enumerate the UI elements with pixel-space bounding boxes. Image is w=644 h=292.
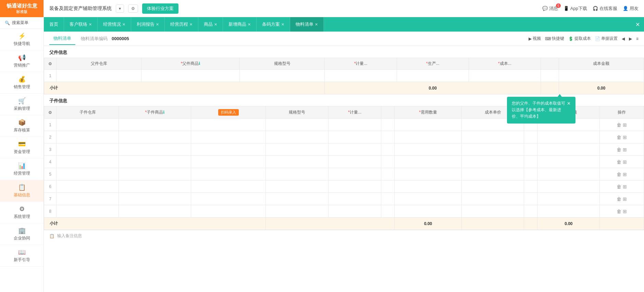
sidebar-item-finance[interactable]: 💳 资金管理 [0, 137, 44, 159]
child-row7-warehouse[interactable] [57, 193, 119, 205]
copy-icon[interactable]: ⊞ [623, 122, 627, 128]
tab-operations[interactable]: 经营情况 ✕ [98, 17, 131, 32]
delete-icon[interactable]: 🗑 [617, 159, 621, 165]
child-row6-goods[interactable] [119, 180, 191, 193]
parent-row1-production[interactable] [397, 70, 469, 82]
tab-customer[interactable]: 客户联络 ✕ [64, 17, 98, 32]
child-row4-unitprice[interactable] [462, 156, 524, 168]
child-row6-unitprice[interactable] [462, 180, 524, 193]
child-row2-qty[interactable] [394, 131, 461, 143]
parent-row1-goods[interactable] [141, 70, 240, 82]
child-row7-qty[interactable] [394, 193, 461, 205]
child-row2-unitprice[interactable] [462, 131, 524, 143]
child-row5-unit[interactable] [328, 168, 381, 180]
sidebar-item-quicknav[interactable]: ⚡ 快捷导航 [0, 29, 44, 50]
child-row4-qty[interactable] [394, 156, 461, 168]
copy-icon[interactable]: ⊞ [623, 159, 627, 165]
message-item[interactable]: 💬 消息 6 [542, 5, 558, 12]
parent-col-settings[interactable]: ⚙ [44, 58, 57, 70]
child-row5-unitprice[interactable] [462, 168, 524, 180]
tab-history[interactable]: 经营历程 ✕ [165, 17, 198, 32]
parent-row1-warehouse[interactable] [57, 70, 141, 82]
parent-row1-cost[interactable] [469, 70, 541, 82]
child-row4-warehouse[interactable] [57, 156, 119, 168]
child-row8-qty[interactable] [394, 205, 461, 218]
delete-icon[interactable]: 🗑 [617, 184, 621, 189]
tab-profit-close[interactable]: ✕ [156, 22, 159, 27]
tab-goods[interactable]: 商品 ✕ [198, 17, 223, 32]
sidebar-item-basic[interactable]: 📋 基础信息 [0, 180, 44, 202]
child-row1-qty[interactable] [394, 119, 461, 131]
child-col-scan[interactable]: 扫码录入 [191, 106, 266, 119]
child-row8-unitprice[interactable] [462, 205, 524, 218]
tab-profit[interactable]: 利润报告 ✕ [131, 17, 165, 32]
tooltip-close-button[interactable]: ✕ [567, 100, 571, 107]
child-row1-spec[interactable] [266, 119, 328, 131]
copy-icon[interactable]: ⊞ [623, 196, 627, 202]
delete-icon[interactable]: 🗑 [617, 172, 621, 177]
copy-icon[interactable]: ⊞ [623, 184, 627, 189]
tab-new-goods[interactable]: 新增商品 ✕ [223, 17, 257, 32]
tab-operations-close[interactable]: ✕ [122, 22, 125, 27]
child-row7-spec[interactable] [266, 193, 328, 205]
child-row6-unit[interactable] [328, 180, 381, 193]
view-action[interactable]: ▶ 视频 [529, 36, 541, 42]
dropdown-button[interactable]: ▾ [116, 4, 124, 13]
parent-row1-spec[interactable] [240, 70, 325, 82]
child-row3-qty[interactable] [394, 143, 461, 156]
child-row7-goods[interactable] [119, 193, 191, 205]
app-download-item[interactable]: 📱 App下载 [564, 5, 587, 12]
child-row4-unit[interactable] [328, 156, 381, 168]
user-item[interactable]: 👤 用友 [623, 5, 639, 12]
child-row8-unit[interactable] [328, 205, 381, 218]
child-row4-goods[interactable] [119, 156, 191, 168]
shortcut-action[interactable]: ⌨ 快捷键 [545, 36, 564, 42]
invoice-settings-action[interactable]: 📄 单据设置 [595, 36, 618, 42]
child-row7-unit[interactable] [328, 193, 381, 205]
child-row5-qty[interactable] [394, 168, 461, 180]
next-button[interactable]: ▶ [629, 36, 632, 41]
child-row5-spec[interactable] [266, 168, 328, 180]
child-row5-warehouse[interactable] [57, 168, 119, 180]
child-row3-unitprice[interactable] [462, 143, 524, 156]
child-row2-unit[interactable] [328, 131, 381, 143]
delete-icon[interactable]: 🗑 [617, 209, 621, 214]
parent-row1-unit[interactable] [325, 70, 397, 82]
sidebar-item-enterprise[interactable]: 🏢 企业协同 [0, 223, 44, 245]
delete-icon[interactable]: 🗑 [617, 147, 621, 152]
tab-home[interactable]: 首页 [44, 17, 64, 32]
tab-customer-close[interactable]: ✕ [89, 22, 92, 27]
tab-bom-close[interactable]: ✕ [315, 22, 318, 27]
delete-icon[interactable]: 🗑 [617, 135, 621, 140]
online-service-item[interactable]: 🎧 在线客服 [593, 5, 617, 12]
child-row8-spec[interactable] [266, 205, 328, 218]
child-row1-unit[interactable] [328, 119, 381, 131]
sub-tab-bom[interactable]: 物料清单 [49, 33, 75, 45]
sidebar-item-marketing[interactable]: 📢 营销推广 [0, 50, 44, 72]
copy-icon[interactable]: ⊞ [623, 172, 627, 177]
trial-button[interactable]: 体验行业方案 [142, 3, 178, 14]
sidebar-item-guide[interactable]: 📖 新手引导 [0, 245, 44, 267]
child-row2-warehouse[interactable] [57, 131, 119, 143]
prev-button[interactable]: ◀ [622, 36, 625, 41]
child-row2-goods[interactable] [119, 131, 191, 143]
tab-new-goods-close[interactable]: ✕ [248, 22, 251, 27]
tab-goods-close[interactable]: ✕ [214, 22, 217, 27]
copy-icon[interactable]: ⊞ [623, 147, 627, 152]
tab-barcode-close[interactable]: ✕ [281, 22, 284, 27]
child-row2-spec[interactable] [266, 131, 328, 143]
cost-action[interactable]: 💲 提取成本 [568, 36, 591, 42]
child-row3-spec[interactable] [266, 143, 328, 156]
delete-icon[interactable]: 🗑 [617, 196, 621, 202]
child-row3-goods[interactable] [119, 143, 191, 156]
delete-icon[interactable]: 🗑 [617, 122, 621, 128]
child-row8-warehouse[interactable] [57, 205, 119, 218]
child-row4-spec[interactable] [266, 156, 328, 168]
copy-icon[interactable]: ⊞ [623, 135, 627, 140]
child-row3-warehouse[interactable] [57, 143, 119, 156]
child-row5-goods[interactable] [119, 168, 191, 180]
child-row3-unit[interactable] [328, 143, 381, 156]
sidebar-item-inventory[interactable]: 📦 库存核算 [0, 115, 44, 137]
close-all-button[interactable]: ✕ [631, 21, 644, 28]
child-row8-goods[interactable] [119, 205, 191, 218]
